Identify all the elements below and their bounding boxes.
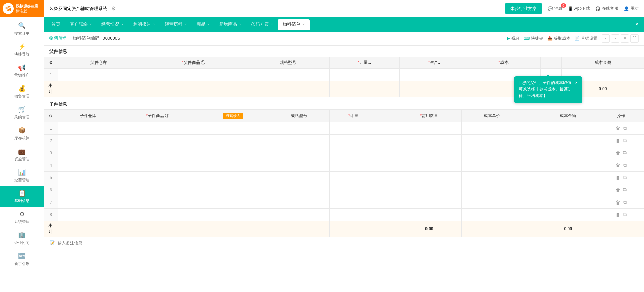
sidebar-item-purchase[interactable]: 🛒 采购管理 — [0, 102, 44, 123]
cost-btn[interactable]: 📥 提取成本 — [547, 36, 570, 42]
sub-tab-bom-list[interactable]: 物料清单 — [49, 34, 67, 43]
copy-icon-8[interactable]: ⧉ — [623, 212, 627, 218]
online-service-icon: 🎧 — [595, 6, 600, 11]
delete-icon-8[interactable]: 🗑 — [616, 212, 620, 218]
child-row-4: 4 🗑⧉ — [44, 159, 644, 172]
delete-icon-7[interactable]: 🗑 — [616, 200, 620, 205]
delete-icon-1[interactable]: 🗑 — [616, 126, 620, 131]
message-badge: 6 — [561, 3, 566, 8]
tab-customers[interactable]: 客户联络× — [65, 19, 97, 30]
parent-col-settings[interactable]: ⚙ — [44, 57, 58, 69]
copy-icon-1[interactable]: ⧉ — [623, 125, 627, 131]
online-service-icon-item[interactable]: 🎧 在线客服 — [595, 5, 618, 11]
parent-row-1-goods[interactable] — [140, 69, 247, 81]
sidebar-item-sales[interactable]: 💰 销售管理 — [0, 81, 44, 102]
tab-close-bom[interactable]: × — [302, 22, 305, 26]
main-content: 装备及固定资产辅助管理系统 ⚙ 体验行业方案 💬 6 消息 📱 App下载 🎧 … — [44, 0, 644, 292]
sidebar-item-quick-nav[interactable]: ⚡ 快捷导航 — [0, 39, 44, 60]
copy-icon-2[interactable]: ⧉ — [623, 138, 627, 143]
child-col-action: 操作 — [598, 110, 644, 122]
tab-close-new-goods[interactable]: × — [239, 22, 241, 26]
parent-row-1-produce[interactable] — [400, 69, 470, 81]
copy-icon-5[interactable]: ⧉ — [623, 175, 627, 180]
tab-close-profit[interactable]: × — [153, 22, 155, 26]
tab-close-customers[interactable]: × — [90, 22, 92, 26]
view-video-btn[interactable]: ▶ 视频 — [507, 36, 520, 42]
child-row-1-qty[interactable] — [397, 122, 461, 135]
note-input[interactable] — [58, 241, 639, 245]
app-download-icon-item[interactable]: 📱 App下载 — [568, 5, 590, 11]
tab-close-history[interactable]: × — [185, 22, 187, 26]
user-icon-item[interactable]: 👤 用友 — [624, 5, 639, 11]
sidebar-logo: 畅 畅捷通好生意 标准版 — [0, 0, 44, 17]
parent-section-title: 父件信息 — [44, 46, 644, 57]
sub-tabs-left: 物料清单 物料清单编码 0000005 — [49, 34, 120, 43]
note-icon: 📝 — [49, 240, 55, 245]
child-row-1-extra2 — [522, 122, 538, 135]
tab-profit[interactable]: 利润报告× — [128, 19, 160, 30]
child-col-settings[interactable]: ⚙ — [44, 110, 58, 122]
sidebar-item-marketing[interactable]: 📢 营销推广 — [0, 60, 44, 81]
parent-row-1-unit[interactable] — [329, 69, 399, 81]
tab-goods[interactable]: 商品× — [192, 19, 214, 30]
sidebar-item-basic-info[interactable]: 📋 基础信息 — [0, 186, 44, 207]
child-row-1-unit[interactable] — [329, 122, 381, 135]
header-settings-icon[interactable]: ⚙ — [111, 5, 116, 12]
child-row-2-goods[interactable] — [118, 135, 197, 147]
menu-arrow[interactable]: ≡ — [621, 34, 629, 43]
shortcut-btn[interactable]: ⌨ 快捷键 — [524, 36, 543, 42]
tab-home[interactable]: 首页 — [47, 19, 65, 30]
tab-history[interactable]: 经营历程× — [160, 19, 191, 30]
child-row-1-unit-cost[interactable] — [461, 122, 522, 135]
sidebar-item-inventory[interactable]: 📦 库存核算 — [0, 123, 44, 144]
prev-arrow[interactable]: ‹ — [602, 34, 610, 43]
nav-close-all[interactable]: × — [633, 20, 641, 29]
sub-tab-bom-code: 物料清单编码 0000005 — [73, 34, 120, 43]
copy-icon-3[interactable]: ⧉ — [623, 150, 627, 156]
copy-icon-7[interactable]: ⧉ — [623, 199, 627, 205]
delete-icon-6[interactable]: 🗑 — [616, 187, 620, 193]
child-row-1-action: 🗑⧉ — [598, 122, 644, 135]
child-row-1-goods[interactable] — [118, 122, 197, 135]
tab-barcode[interactable]: 条码方案× — [246, 19, 278, 30]
child-row-2-warehouse[interactable] — [58, 135, 118, 147]
scan-input-btn[interactable]: 扫码录入 — [223, 113, 243, 119]
sidebar-item-search[interactable]: 🔍 搜索菜单 — [0, 19, 44, 39]
sidebar-item-enterprise[interactable]: 🏢 企业协同 — [0, 228, 44, 249]
child-col-unit: *计量... — [329, 110, 381, 122]
settings-btn[interactable]: 📄 单据设置 — [574, 36, 597, 42]
child-row-1-warehouse[interactable] — [58, 122, 118, 135]
tab-new-goods[interactable]: 新增商品× — [214, 19, 246, 30]
parent-row-1-num: 1 — [44, 69, 58, 81]
delete-icon-5[interactable]: 🗑 — [616, 175, 620, 180]
expand-arrow[interactable]: ⛶ — [630, 34, 639, 43]
sidebar-item-guide[interactable]: 🆕 新手引导 — [0, 249, 44, 270]
child-col-qty: *需用数量 — [397, 110, 461, 122]
delete-icon-4[interactable]: 🗑 — [616, 163, 620, 168]
message-icon-item[interactable]: 💬 6 消息 — [548, 5, 562, 11]
copy-icon-4[interactable]: ⧉ — [623, 162, 627, 168]
cost-icon: 📥 — [547, 36, 553, 41]
sidebar-item-operation[interactable]: 📊 经营管理 — [0, 165, 44, 186]
parent-row-1-warehouse[interactable] — [58, 69, 140, 81]
trial-button[interactable]: 体验行业方案 — [505, 3, 542, 14]
tab-bom[interactable]: 物料清单× — [278, 19, 309, 30]
tab-close-operation-status[interactable]: × — [121, 22, 123, 26]
child-row-1-extra — [381, 122, 397, 135]
child-row-1-spec[interactable] — [269, 122, 329, 135]
next-arrow[interactable]: › — [611, 34, 619, 43]
child-row-1: 1 🗑⧉ — [44, 122, 644, 135]
sidebar-item-finance[interactable]: 💼 资金管理 — [0, 144, 44, 165]
tab-close-goods[interactable]: × — [208, 22, 210, 26]
sidebar-item-system[interactable]: ⚙ 系统管理 — [0, 207, 44, 228]
system-title: 装备及固定资产辅助管理系统 — [49, 5, 107, 12]
tab-close-barcode[interactable]: × — [271, 22, 273, 26]
child-row-3: 3 🗑⧉ — [44, 147, 644, 159]
copy-icon-6[interactable]: ⧉ — [623, 187, 627, 193]
tab-operation-status[interactable]: 经营情况× — [97, 19, 128, 30]
parent-row-1-spec[interactable] — [247, 69, 330, 81]
delete-icon-2[interactable]: 🗑 — [616, 138, 620, 143]
tooltip-close-btn[interactable]: × — [575, 80, 578, 86]
delete-icon-3[interactable]: 🗑 — [616, 150, 620, 156]
finance-icon: 💼 — [18, 148, 26, 155]
